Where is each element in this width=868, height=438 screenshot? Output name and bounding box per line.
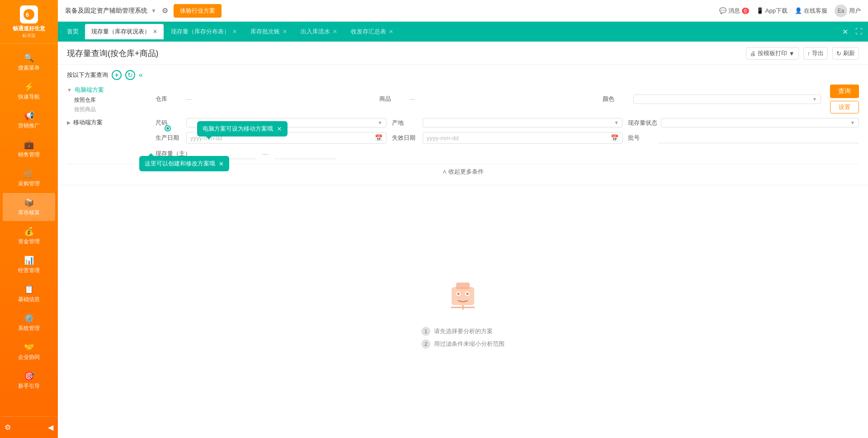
expire-date-placeholder: yyyy-mm-dd xyxy=(427,135,459,141)
tab-receive-summary[interactable]: 收发存汇总表 ✕ xyxy=(344,24,400,39)
settings-icon[interactable]: ⚙ xyxy=(160,5,170,17)
basic-info-icon: 📋 xyxy=(24,284,34,294)
refresh-icon: ↻ xyxy=(836,50,841,57)
sidebar-item-inventory[interactable]: 📦 库存核算 xyxy=(3,193,55,221)
origin-arrow: ▼ xyxy=(614,120,618,125)
origin-dropdown[interactable]: ▼ xyxy=(423,118,623,127)
expire-date-icon[interactable]: 📅 xyxy=(611,134,618,141)
scheme-tree-pc[interactable]: ▼ 电脑端方案 xyxy=(67,85,148,95)
scheme-tree-mobile[interactable]: ▶ 移动端方案 xyxy=(67,117,148,128)
size-label: 尺码 xyxy=(156,119,183,127)
refresh-btn[interactable]: ↻ 刷新 xyxy=(832,47,859,60)
system-icon: ⚙️ xyxy=(24,313,34,323)
sidebar-item-purchase[interactable]: 🛒 采购管理 xyxy=(3,164,55,192)
online-service-label: 在线客服 xyxy=(804,7,827,15)
stock-qty-max[interactable] xyxy=(275,148,337,159)
step1-num: 1 xyxy=(421,327,430,336)
logo-icon: 6 xyxy=(20,5,38,24)
tab-inventory-status-close[interactable]: ✕ xyxy=(153,28,157,35)
app-download-label: App下载 xyxy=(765,7,788,15)
sidebar-item-guide[interactable]: 🎯 新手引导 xyxy=(3,367,55,395)
settings-bottom-btn[interactable]: ⚙ xyxy=(3,421,13,433)
color-dropdown[interactable]: ▼ xyxy=(633,94,821,104)
filter-add-btn[interactable]: + xyxy=(112,70,122,80)
logo-text: 畅通道好生意 xyxy=(13,25,45,33)
sidebar-item-finance[interactable]: 💰 资金管理 xyxy=(3,222,55,250)
tab-in-out-flow[interactable]: 出入库流水 ✕ xyxy=(294,24,344,39)
batch-input[interactable] xyxy=(659,132,859,143)
system-selector[interactable]: ▼ xyxy=(151,8,156,14)
empty-step-2: 2 用过滤条件来缩小分析范围 xyxy=(421,339,505,349)
empty-step-1: 1 请先选择要分析的方案 xyxy=(421,327,505,336)
sales-icon: 💼 xyxy=(24,140,34,150)
scheme-tree-pc-child[interactable]: 按照仓库 xyxy=(74,95,148,105)
inventory-icon: 📦 xyxy=(24,198,34,207)
filter-arrow-btn[interactable]: « xyxy=(139,71,143,79)
sidebar-item-marketing[interactable]: 📢 营销推广 xyxy=(3,106,55,134)
tab-inventory-status[interactable]: 现存量（库存状况表） ✕ xyxy=(85,24,164,39)
stock-status-label: 现存量状态 xyxy=(628,119,657,127)
sidebar-item-quick-nav[interactable]: ⚡ 快速导航 xyxy=(3,77,55,105)
message-action[interactable]: 💬 消息 6 xyxy=(719,7,749,15)
sidebar-item-quick-nav-label: 快速导航 xyxy=(18,93,40,101)
action-btns-right: 查询 设置 xyxy=(830,85,859,113)
tab-inventory-dist[interactable]: 现存量（库存分布表） ✕ xyxy=(165,24,243,39)
refresh-label: 刷新 xyxy=(843,49,855,57)
expire-date-input[interactable]: yyyy-mm-dd 📅 xyxy=(423,132,623,144)
tooltip1-close[interactable]: ✕ xyxy=(277,125,282,132)
sidebar-item-operations[interactable]: 📊 经营管理 xyxy=(3,251,55,279)
tab-inventory-dist-close[interactable]: ✕ xyxy=(232,28,237,35)
reset-btn[interactable]: 设置 xyxy=(830,101,859,113)
export-btn[interactable]: ↑ 导出 xyxy=(803,47,828,60)
print-btn[interactable]: 🖨 按模板打印 ▼ xyxy=(746,47,799,60)
sidebar-item-basic-info-label: 基础信息 xyxy=(18,296,40,303)
finance-icon: 💰 xyxy=(24,226,34,236)
tab-inventory-dist-label: 现存量（库存分布表） xyxy=(171,28,230,36)
enterprise-icon: 🤝 xyxy=(24,342,34,352)
expire-date-label: 失效日期 xyxy=(392,134,419,142)
user-action[interactable]: Ea 用户 xyxy=(835,5,861,17)
online-service-action[interactable]: 👤 在线客服 xyxy=(795,7,827,15)
sidebar-item-basic-info[interactable]: 📋 基础信息 xyxy=(3,280,55,308)
tab-batch-ledger-close[interactable]: ✕ xyxy=(283,28,287,35)
page-header: 现存量查询(按仓库+商品) 🖨 按模板打印 ▼ ↑ 导出 ↻ 刷新 xyxy=(58,42,868,65)
message-icon: 💬 xyxy=(719,7,726,14)
prod-date-icon[interactable]: 📅 xyxy=(375,134,382,141)
sidebar-item-sales[interactable]: 💼 销售管理 xyxy=(3,135,55,163)
color-arrow: ▼ xyxy=(812,97,817,102)
search-btn[interactable]: 查询 xyxy=(830,85,859,98)
collapse-label: 收起更多条件 xyxy=(448,168,484,175)
operations-icon: 📊 xyxy=(24,255,34,265)
tab-fullscreen-btn[interactable]: ⛶ xyxy=(854,26,864,38)
export-icon: ↑ xyxy=(807,50,811,57)
sidebar-item-search[interactable]: 🔍 搜索菜单 xyxy=(3,48,55,76)
tab-in-out-flow-close[interactable]: ✕ xyxy=(333,28,337,35)
collapse-sidebar-btn[interactable]: ◀ xyxy=(46,421,55,433)
stock-status-dropdown[interactable]: ▼ xyxy=(661,118,859,127)
svg-rect-3 xyxy=(456,283,470,289)
warehouse-more-icon[interactable]: ··· xyxy=(186,95,192,103)
print-icon: 🖨 xyxy=(750,50,756,57)
page-content: 现存量查询(按仓库+商品) 🖨 按模板打印 ▼ ↑ 导出 ↻ 刷新 xyxy=(58,42,868,438)
filter-field-warehouse: 仓库 ··· xyxy=(156,95,374,103)
filter-field-expire-date: 失效日期 yyyy-mm-dd 📅 xyxy=(392,132,623,144)
empty-state: 1 请先选择要分析的方案 2 用过滤条件来缩小分析范围 xyxy=(58,185,868,438)
sidebar-item-enterprise[interactable]: 🤝 企业协同 xyxy=(3,338,55,366)
tab-batch-ledger[interactable]: 库存批次账 ✕ xyxy=(244,24,293,39)
tooltip2-close[interactable]: ✕ xyxy=(219,160,224,167)
filter-field-stock-status: 现存量状态 ▼ xyxy=(628,118,859,127)
step2-num: 2 xyxy=(421,339,430,349)
tab-home[interactable]: 首页 xyxy=(61,24,84,39)
app-download-action[interactable]: 📱 App下载 xyxy=(756,7,788,15)
tab-close-all-btn[interactable]: ✕ xyxy=(840,26,850,38)
goods-more-icon[interactable]: ··· xyxy=(410,95,415,103)
step2-text: 用过滤条件来缩小分析范围 xyxy=(434,340,505,348)
industry-btn[interactable]: 体验行业方案 xyxy=(174,4,222,18)
tab-receive-summary-label: 收发存汇总表 xyxy=(351,28,386,36)
filter-field-origin: 产地 ▼ xyxy=(392,118,623,127)
filter-refresh-btn[interactable]: ↻ xyxy=(125,70,135,80)
filter-label: 按以下方案查询 xyxy=(67,71,108,79)
sidebar-item-system[interactable]: ⚙️ 系统管理 xyxy=(3,309,55,337)
page-actions: 🖨 按模板打印 ▼ ↑ 导出 ↻ 刷新 xyxy=(746,47,859,60)
tab-receive-summary-close[interactable]: ✕ xyxy=(389,28,393,35)
